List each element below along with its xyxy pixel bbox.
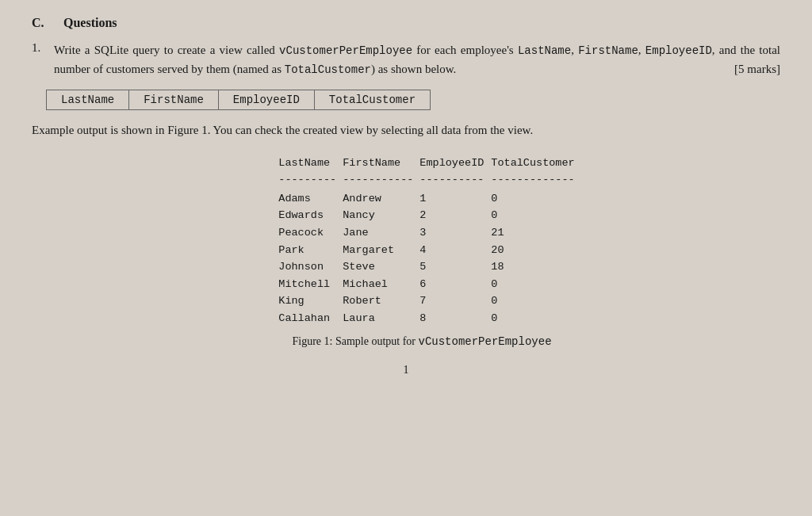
row5-empid: 5 (419, 258, 491, 276)
schema-col-firstname: FirstName (129, 90, 219, 110)
data-header-firstname: FirstName (343, 155, 419, 172)
row7-lastname: King (278, 292, 343, 310)
row8-empid: 8 (419, 310, 491, 327)
schema-col-lastname: LastName (47, 90, 129, 110)
row6-firstname: Michael (343, 276, 419, 293)
sep-1: --------- (278, 171, 343, 190)
figure-view-name: vCustomerPerEmployee (419, 335, 552, 348)
figure-caption-text: Figure 1: Sample output for (292, 335, 418, 347)
section-title: Questions (63, 16, 117, 30)
data-header-row: LastName FirstName EmployeeID TotalCusto… (278, 155, 580, 172)
question-text-before: Write a SQLite query to create a view ca… (54, 44, 279, 56)
table-row: Park Margaret 4 20 (278, 242, 580, 259)
data-table: LastName FirstName EmployeeID TotalCusto… (278, 155, 580, 327)
section-heading: C. Questions (32, 16, 780, 30)
row3-empid: 3 (419, 224, 491, 242)
figure-caption: Figure 1: Sample output for vCustomerPer… (32, 335, 780, 348)
row8-lastname: Callahan (278, 310, 343, 327)
row8-firstname: Laura (343, 310, 419, 327)
row7-empid: 7 (419, 292, 491, 310)
table-row: King Robert 7 0 (278, 292, 580, 310)
question-text-end: ) as shown below. (371, 63, 456, 75)
schema-col-totalcustomer: TotalCustomer (314, 90, 430, 110)
field-firstname: FirstName (578, 44, 638, 57)
row6-empid: 6 (419, 276, 491, 293)
row4-total: 20 (491, 242, 580, 259)
row6-lastname: Mitchell (278, 276, 343, 293)
question-text-middle1: for each employee's (412, 44, 518, 56)
row3-total: 21 (491, 224, 580, 242)
row3-lastname: Peacock (278, 224, 343, 242)
row5-total: 18 (491, 258, 580, 276)
row4-lastname: Park (278, 242, 343, 259)
sep-3: ---------- (419, 171, 491, 190)
data-header-total: TotalCustomer (491, 155, 580, 172)
data-output: LastName FirstName EmployeeID TotalCusto… (231, 155, 580, 327)
row1-empid: 1 (419, 190, 491, 208)
separator-row: --------- ----------- ---------- -------… (278, 171, 580, 190)
comma1: , (571, 44, 578, 56)
row4-firstname: Margaret (343, 242, 419, 259)
field-employeeid: EmployeeID (645, 44, 712, 57)
row4-empid: 4 (419, 242, 491, 259)
row2-lastname: Edwards (278, 207, 343, 224)
row1-total: 0 (491, 190, 580, 208)
table-row: Peacock Jane 3 21 (278, 224, 580, 242)
row3-firstname: Jane (343, 224, 419, 242)
row6-total: 0 (491, 276, 580, 293)
section-letter: C. (32, 16, 48, 30)
table-row: Johnson Steve 5 18 (278, 258, 580, 276)
marks-label: [5 marks] (734, 60, 780, 78)
question-text: Write a SQLite query to create a view ca… (54, 41, 780, 78)
row7-total: 0 (491, 292, 580, 310)
table-row: Callahan Laura 8 0 (278, 310, 580, 327)
row5-lastname: Johnson (278, 258, 343, 276)
data-header-empid: EmployeeID (419, 155, 491, 172)
row2-firstname: Nancy (343, 207, 419, 224)
data-header-lastname: LastName (278, 155, 343, 172)
question-number: 1. (32, 41, 46, 55)
schema-col-employeeid: EmployeeID (218, 90, 314, 110)
comma2: , (638, 44, 645, 56)
page-number: 1 (32, 364, 780, 376)
row5-firstname: Steve (343, 258, 419, 276)
row1-firstname: Andrew (343, 190, 419, 208)
example-text: Example output is shown in Figure 1. You… (32, 121, 780, 140)
row1-lastname: Adams (278, 190, 343, 208)
table-row: Adams Andrew 1 0 (278, 190, 580, 208)
row2-total: 0 (491, 207, 580, 224)
schema-header-row: LastName FirstName EmployeeID TotalCusto… (47, 90, 431, 110)
row2-empid: 2 (419, 207, 491, 224)
view-name-inline: vCustomerPerEmployee (279, 44, 412, 57)
question-1-block: 1. Write a SQLite query to create a view… (32, 41, 780, 78)
sep-2: ----------- (343, 171, 419, 190)
schema-table: LastName FirstName EmployeeID TotalCusto… (46, 90, 431, 110)
row7-firstname: Robert (343, 292, 419, 310)
table-row: Edwards Nancy 2 0 (278, 207, 580, 224)
sep-4: ------------- (491, 171, 580, 190)
table-row: Mitchell Michael 6 0 (278, 276, 580, 293)
field-lastname: LastName (518, 44, 571, 57)
field-totalcustomer: TotalCustomer (285, 63, 371, 76)
row8-total: 0 (491, 310, 580, 327)
